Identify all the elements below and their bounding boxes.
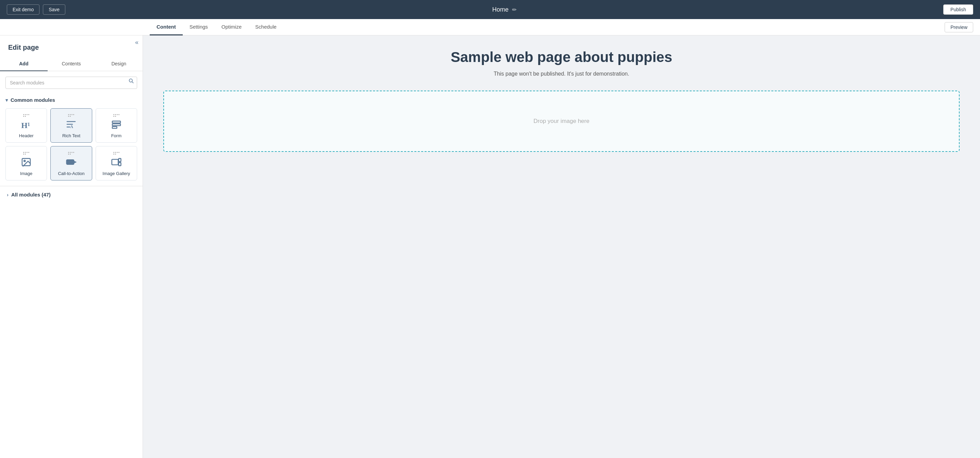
drag-dots-image — [23, 152, 29, 155]
module-cta[interactable]: Call-to-Action — [50, 146, 92, 180]
header-icon: H¹ — [21, 119, 32, 130]
drag-dots-cta — [68, 152, 74, 155]
topbar-right: Publish — [943, 5, 973, 14]
cta-module-icon-wrap — [66, 152, 76, 168]
sidebar-tab-add[interactable]: Add — [0, 57, 48, 71]
exit-demo-button[interactable]: Exit demo — [7, 5, 40, 14]
search-input[interactable] — [5, 77, 137, 89]
svg-line-1 — [132, 82, 134, 83]
gallery-module-icon-wrap — [111, 152, 122, 168]
cta-icon — [66, 156, 76, 168]
cta-module-label: Call-to-Action — [58, 171, 84, 176]
module-image-gallery[interactable]: Image Gallery — [95, 146, 137, 180]
sidebar-tabs: Add Contents Design — [0, 57, 143, 71]
main-layout: « Edit page Add Contents Design ▾ Common… — [0, 35, 980, 458]
common-modules-section: ▾ Common modules H¹ Header — [0, 92, 143, 186]
gallery-icon — [111, 156, 122, 168]
all-modules-label: All modules (47) — [11, 192, 51, 198]
image-drop-zone[interactable]: Drop your image here — [163, 91, 959, 152]
topbar-left: Exit demo Save — [7, 5, 65, 14]
sidebar-title: Edit page — [0, 35, 143, 57]
svg-rect-6 — [112, 121, 121, 123]
svg-rect-11 — [67, 160, 74, 164]
module-header[interactable]: H¹ Header — [5, 108, 47, 143]
drag-dots-form — [113, 114, 119, 117]
tab-schedule[interactable]: Schedule — [248, 19, 283, 35]
topbar: Exit demo Save Home ✏ Publish — [0, 0, 980, 19]
search-icon-button[interactable] — [128, 78, 134, 85]
navtabs-left: Content Settings Optimize Schedule — [150, 19, 283, 35]
svg-text:H¹: H¹ — [21, 121, 30, 130]
search-icon — [128, 78, 134, 83]
richtext-module-icon-wrap: A — [66, 114, 76, 130]
svg-rect-13 — [118, 158, 121, 161]
svg-text:A: A — [70, 124, 73, 129]
search-wrap — [0, 71, 143, 92]
svg-rect-8 — [112, 127, 117, 128]
image-module-icon-wrap — [21, 152, 32, 168]
richtext-module-label: Rich Text — [62, 133, 80, 138]
page-heading: Sample web page about puppies — [163, 49, 959, 65]
tab-settings[interactable]: Settings — [183, 19, 215, 35]
richtext-icon: A — [66, 119, 76, 130]
module-rich-text[interactable]: A Rich Text — [50, 108, 92, 143]
gallery-module-label: Image Gallery — [102, 171, 130, 176]
common-modules-label: Common modules — [11, 97, 55, 103]
publish-button[interactable]: Publish — [943, 5, 973, 14]
content-area: Sample web page about puppies This page … — [143, 35, 980, 458]
tab-content[interactable]: Content — [150, 19, 183, 35]
navtabs: Content Settings Optimize Schedule Previ… — [0, 19, 980, 35]
header-module-label: Header — [19, 133, 34, 138]
svg-rect-12 — [111, 160, 118, 165]
sidebar-tab-design[interactable]: Design — [95, 57, 143, 71]
common-modules-header[interactable]: ▾ Common modules — [5, 97, 137, 103]
svg-rect-7 — [112, 124, 121, 126]
save-button[interactable]: Save — [43, 5, 65, 14]
image-module-label: Image — [20, 171, 32, 176]
svg-point-10 — [24, 160, 25, 162]
svg-rect-14 — [118, 163, 121, 166]
header-module-icon-wrap: H¹ — [21, 114, 32, 130]
all-modules-row[interactable]: › All modules (47) — [0, 186, 143, 203]
module-form[interactable]: Form — [95, 108, 137, 143]
tab-optimize[interactable]: Optimize — [215, 19, 248, 35]
form-icon — [111, 119, 122, 130]
edit-title-icon[interactable]: ✏ — [512, 6, 517, 13]
topbar-center: Home ✏ — [492, 6, 517, 13]
drop-zone-text: Drop your image here — [533, 118, 589, 124]
drag-dots-richtext — [68, 114, 74, 117]
chevron-right-icon: › — [7, 192, 8, 198]
modules-grid: H¹ Header — [5, 108, 137, 180]
sidebar-collapse-button[interactable]: « — [135, 39, 138, 46]
form-module-icon-wrap — [111, 114, 122, 130]
drag-dots-header — [23, 114, 29, 117]
page-title: Home — [492, 6, 509, 13]
page-subtext: This page won't be published. It's just … — [163, 71, 959, 77]
module-image[interactable]: Image — [5, 146, 47, 180]
chevron-down-icon: ▾ — [5, 97, 8, 103]
preview-button[interactable]: Preview — [945, 22, 973, 32]
form-module-label: Form — [111, 133, 121, 138]
sidebar: « Edit page Add Contents Design ▾ Common… — [0, 35, 143, 458]
sidebar-tab-contents[interactable]: Contents — [48, 57, 95, 71]
drag-dots-gallery — [113, 152, 119, 155]
image-icon — [21, 156, 32, 168]
